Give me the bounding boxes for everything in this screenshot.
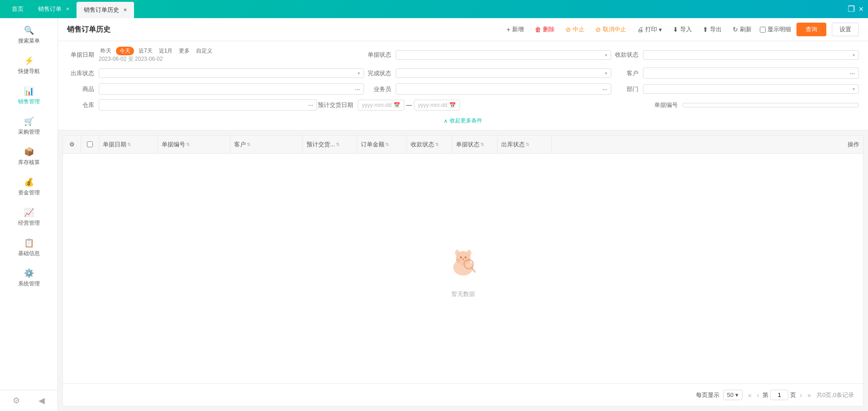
filter-collapse-row[interactable]: ∧ 收起更多条件 — [67, 115, 859, 125]
show-detail-checkbox-label[interactable]: 显示明细 — [760, 25, 791, 34]
show-detail-checkbox[interactable] — [760, 27, 766, 33]
delete-label: 删除 — [543, 25, 555, 34]
restore-icon[interactable]: ❐ — [848, 4, 855, 14]
new-button[interactable]: + 新增 — [504, 24, 527, 35]
sidebar-item-quick-nav-label: 快捷导航 — [18, 68, 40, 75]
tab-sales-order-close[interactable]: × — [66, 6, 69, 12]
th-check[interactable] — [81, 135, 99, 153]
sidebar: 🔍 搜索菜单 ⚡ 快捷导航 📊 销售管理 🛒 采购管理 📦 库存核算 💰 资金管… — [0, 18, 58, 411]
filter-warehouse-dots[interactable]: ··· — [308, 102, 313, 108]
page-last-btn[interactable]: » — [806, 391, 813, 400]
capital-icon: 💰 — [24, 177, 34, 187]
print-button[interactable]: 🖨 打印 ▾ — [634, 24, 665, 35]
filter-goods-label: 商品 — [67, 85, 99, 93]
export-button[interactable]: ⬆ 导出 — [700, 24, 724, 35]
sidebar-item-inventory[interactable]: 📦 库存核算 — [0, 141, 58, 172]
filter-pay-status-item: 收款状态 ▾ — [611, 50, 859, 60]
import-label: 导入 — [680, 25, 692, 34]
page-prev-btn[interactable]: ‹ — [755, 391, 761, 400]
search-menu-icon: 🔍 — [24, 25, 34, 35]
page-next-btn[interactable]: › — [798, 391, 804, 400]
refresh-button[interactable]: ↻ 刷新 — [730, 24, 754, 35]
date-btn-custom[interactable]: 自定义 — [194, 47, 214, 55]
stop-label: 中止 — [573, 25, 585, 34]
stop-button[interactable]: ⊘ 中止 — [563, 24, 587, 35]
date-btn-today[interactable]: 今天 — [116, 47, 134, 55]
sidebar-item-system-label: 系统管理 — [18, 280, 40, 288]
filter-goods-dots[interactable]: ··· — [355, 86, 360, 92]
export-icon: ⬆ — [703, 26, 708, 33]
sidebar-item-capital[interactable]: 💰 资金管理 — [0, 172, 58, 202]
filter-order-status-select[interactable]: ▾ — [396, 50, 612, 60]
svg-point-3 — [465, 256, 466, 258]
sidebar-item-system[interactable]: ⚙️ 系统管理 — [0, 263, 58, 293]
filter-dept-select[interactable]: ▾ — [643, 84, 859, 94]
sidebar-settings-icon[interactable]: ⚙ — [13, 396, 20, 406]
sidebar-collapse-icon[interactable]: ◀ — [38, 396, 45, 406]
close-icon[interactable]: × — [858, 5, 863, 14]
filter-salesman-dots[interactable]: ··· — [603, 86, 608, 92]
filter-goods-input[interactable]: ··· — [99, 83, 364, 95]
th-amount[interactable]: 订单金额 ⇅ — [357, 135, 407, 153]
page-title: 销售订单历史 — [67, 25, 110, 34]
empty-text: 暂无数据 — [451, 290, 475, 298]
filter-salesman-input[interactable]: ··· — [396, 83, 612, 95]
select-all-checkbox[interactable] — [87, 141, 93, 147]
date-btn-1month[interactable]: 近1月 — [157, 47, 175, 55]
date-range-text: 2023-06-02 至 2023-06-02 — [99, 55, 364, 63]
th-client[interactable]: 客户 ⇅ — [230, 135, 303, 153]
tab-sales-order-history-close[interactable]: × — [124, 7, 127, 13]
th-date[interactable]: 单据日期 ⇅ — [99, 135, 158, 153]
th-client-sort: ⇅ — [247, 142, 250, 147]
th-no[interactable]: 单据编号 ⇅ — [158, 135, 230, 153]
th-pay-status[interactable]: 收款状态 ⇅ — [407, 135, 452, 153]
th-amount-sort: ⇅ — [385, 142, 389, 147]
filter-out-status-select[interactable]: ▾ — [99, 68, 364, 78]
filter-delivery-end[interactable]: yyyy-mm-dd 📅 — [414, 100, 460, 111]
filter-delivery-start[interactable]: yyyy-mm-dd 📅 — [358, 100, 404, 111]
filter-dept-arrow: ▾ — [853, 87, 855, 92]
date-btn-7days[interactable]: 近7天 — [137, 47, 154, 55]
page-first-btn[interactable]: « — [746, 391, 753, 400]
empty-state: 暂无数据 — [441, 239, 486, 298]
tab-home[interactable]: 首页 — [5, 0, 31, 18]
sidebar-item-sales-mgmt[interactable]: 📊 销售管理 — [0, 81, 58, 111]
sidebar-item-quick-nav[interactable]: ⚡ 快捷导航 — [0, 50, 58, 81]
filter-pay-status-label: 收款状态 — [611, 51, 643, 59]
filter-delivery-date-group: yyyy-mm-dd 📅 — yyyy-mm-dd 📅 — [358, 100, 650, 111]
th-out-status[interactable]: 出库状态 ⇅ — [498, 135, 552, 153]
th-gear[interactable]: ⚙ — [63, 135, 81, 153]
settings-button[interactable]: 设置 — [832, 23, 859, 36]
sidebar-item-search-menu[interactable]: 🔍 搜索菜单 — [0, 20, 58, 50]
table-body: 暂无数据 — [63, 154, 863, 383]
filter-pay-status-select[interactable]: ▾ — [643, 50, 859, 60]
sidebar-item-basic-info[interactable]: 📋 基础信息 — [0, 232, 58, 263]
th-delivery[interactable]: 预计交货... ⇅ — [303, 135, 357, 153]
tab-sales-order[interactable]: 销售订单 × — [31, 0, 77, 18]
date-btn-more[interactable]: 更多 — [177, 47, 192, 55]
th-order-status[interactable]: 单据状态 ⇅ — [452, 135, 498, 153]
tab-sales-order-history[interactable]: 销售订单历史 × — [77, 2, 134, 18]
sidebar-item-purchase-mgmt[interactable]: 🛒 采购管理 — [0, 111, 58, 141]
page-number-input[interactable] — [770, 390, 788, 400]
delete-button[interactable]: 🗑 删除 — [532, 24, 557, 35]
filter-customer-dots[interactable]: ··· — [850, 70, 855, 77]
filter-order-no-input[interactable] — [682, 103, 859, 107]
query-button[interactable]: 查询 — [796, 23, 826, 36]
filter-complete-status-label: 完成状态 — [364, 69, 396, 77]
filter-customer-input[interactable]: ··· — [643, 68, 859, 79]
filter-complete-status-select[interactable]: ▾ — [396, 68, 612, 78]
import-button[interactable]: ⬇ 导入 — [670, 24, 695, 35]
sidebar-item-operations[interactable]: 📈 经营管理 — [0, 202, 58, 232]
th-client-label: 客户 — [234, 140, 246, 149]
pagination: 每页显示 50 ▾ « ‹ 第 页 › » 共0页,0条记录 — [63, 383, 863, 406]
filter-order-status-arrow: ▾ — [605, 53, 607, 58]
cancel-stop-button[interactable]: ⊘ 取消中止 — [593, 24, 629, 35]
new-label: 新增 — [512, 25, 524, 34]
toolbar: + 新增 🗑 删除 ⊘ 中止 ⊘ 取消中止 🖨 打印 — [504, 23, 859, 36]
date-btn-yesterday[interactable]: 昨天 — [99, 47, 113, 55]
filter-delivery-item: 预计交货日期 yyyy-mm-dd 📅 — yyyy-mm-dd 📅 — [317, 100, 650, 111]
page-total-info: 共0页,0条记录 — [816, 391, 854, 399]
filter-warehouse-input[interactable]: ··· — [99, 99, 317, 111]
per-page-select[interactable]: 50 ▾ — [723, 390, 743, 400]
